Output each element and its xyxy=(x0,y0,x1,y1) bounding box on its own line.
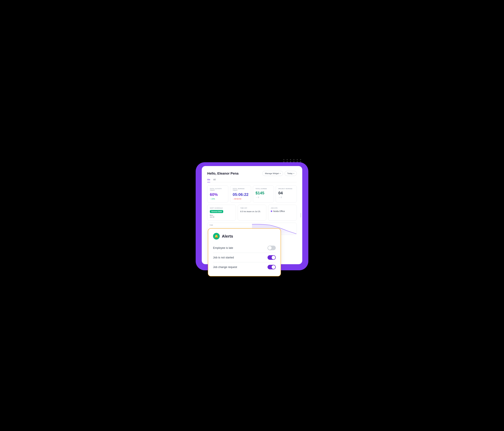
stat-sub-activity: 15% xyxy=(210,198,226,200)
jobsite-label: JOB SITE xyxy=(271,207,294,209)
stat-label-project: PROJECT WORKED xyxy=(278,188,294,189)
stat-card-worked: TOTAL WORKED TODAY 05:06:22 03:52:54 xyxy=(230,185,251,202)
shift-badge: General Shift xyxy=(210,210,223,213)
arrow-down-icon xyxy=(233,198,234,200)
tab-all[interactable]: All xyxy=(213,178,216,182)
timeoff-card: TIME OFF 8.5 hrs leave on Jul 25. xyxy=(238,205,266,220)
alert-item-late: Employee is late xyxy=(213,243,276,253)
alert-label-not-started: Job is not started xyxy=(213,256,234,259)
stat-sub-worked: 03:52:54 xyxy=(233,198,249,200)
timeoff-label: TIME OFF xyxy=(240,207,264,209)
arrow-right-icon xyxy=(278,196,280,198)
alerts-popup: 🔔 Alerts Employee is late Job is not sta… xyxy=(208,228,281,276)
stat-card-earned: TOTAL EARNED $145 0 xyxy=(253,185,274,202)
jobsite-card: JOB SITE Noida Office xyxy=(268,205,297,220)
alert-toggle-job-change[interactable] xyxy=(268,265,276,269)
alerts-header: 🔔 Alerts xyxy=(213,233,276,239)
stat-card-activity: TOTAL ACTIVITY TODAY 60% 15% xyxy=(207,185,228,202)
stat-value-earned: $145 xyxy=(255,191,271,195)
shift-schedule-card: SHIFT SCHEDULE General Shift Mon Jul 28 xyxy=(207,205,236,220)
alert-label-late: Employee is late xyxy=(213,246,233,250)
alerts-title: Alerts xyxy=(222,234,233,239)
stat-label-earned: TOTAL EARNED xyxy=(255,188,271,189)
alerts-bell-icon: 🔔 xyxy=(213,233,220,239)
jobsite-location: Noida Office xyxy=(271,210,294,212)
alert-toggle-not-started[interactable] xyxy=(268,255,276,260)
stat-sub-earned: 0 xyxy=(255,196,271,198)
shift-label: SHIFT SCHEDULE xyxy=(210,207,233,209)
tab-bar: Me All xyxy=(207,178,297,182)
stat-value-worked: 05:06:22 xyxy=(233,192,249,197)
today-button[interactable]: Today ▾ xyxy=(285,171,297,176)
dashboard-header: Hello, Eleanor Pena Manage Widget ▾ Toda… xyxy=(207,171,297,176)
alert-item-not-started: Job is not started xyxy=(213,253,276,262)
stat-label-worked: TOTAL WORKED TODAY xyxy=(233,188,249,191)
chevron-down-icon: ▾ xyxy=(293,173,294,174)
tab-me[interactable]: Me xyxy=(207,178,210,182)
scrollbar-hint xyxy=(301,213,301,218)
stat-value-project: 04 xyxy=(278,191,294,195)
manage-widget-button[interactable]: Manage Widget ▾ xyxy=(262,171,283,176)
location-dot-icon xyxy=(271,211,272,212)
greeting-text: Hello, Eleanor Pena xyxy=(207,172,238,176)
stat-value-activity: 60% xyxy=(210,192,226,197)
toggle-knob xyxy=(268,246,272,250)
stat-label-activity: TOTAL ACTIVITY TODAY xyxy=(210,188,226,191)
shift-date: Mon Jul 28 xyxy=(210,214,233,218)
toggle-knob xyxy=(272,256,275,259)
arrow-right-icon xyxy=(255,196,257,198)
second-row: SHIFT SCHEDULE General Shift Mon Jul 28 … xyxy=(207,205,297,220)
alert-item-job-change: Job change request xyxy=(213,262,276,272)
stat-sub-project: 0 xyxy=(278,196,294,198)
chevron-down-icon: ▾ xyxy=(280,173,280,174)
alert-label-job-change: Job change request xyxy=(213,265,237,269)
alert-toggle-late[interactable] xyxy=(268,246,276,250)
toggle-knob xyxy=(272,265,275,269)
arrow-up-icon xyxy=(210,198,211,200)
dot-grid-top xyxy=(283,159,302,162)
timeoff-text: 8.5 hrs leave on Jul 25. xyxy=(240,210,264,213)
stat-card-project: PROJECT WORKED 04 0 xyxy=(276,185,297,202)
chart-label: TIME xyxy=(209,224,213,226)
stats-row: TOTAL ACTIVITY TODAY 60% 15% TOTAL WORKE… xyxy=(207,185,297,202)
header-actions: Manage Widget ▾ Today ▾ xyxy=(262,171,297,176)
